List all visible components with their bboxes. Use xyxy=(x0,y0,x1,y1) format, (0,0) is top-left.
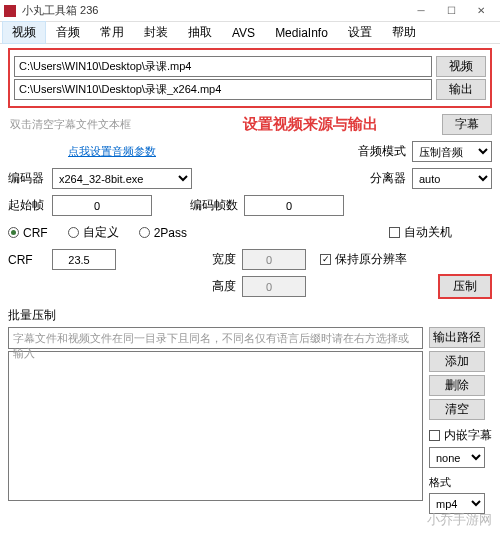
menu-settings[interactable]: 设置 xyxy=(338,21,382,44)
mode-custom-radio[interactable]: 自定义 xyxy=(68,224,119,241)
audio-mode-select[interactable]: 压制音频 xyxy=(412,141,492,162)
encoder-label: 编码器 xyxy=(8,170,52,187)
menu-common[interactable]: 常用 xyxy=(90,21,134,44)
mode-crf-label: CRF xyxy=(23,226,48,240)
menu-extract[interactable]: 抽取 xyxy=(178,21,222,44)
input-video-path[interactable] xyxy=(14,56,432,77)
batch-delete-button[interactable]: 删除 xyxy=(429,375,485,396)
io-paths-highlight: 视频 输出 xyxy=(8,48,492,108)
embed-subtitle-label: 内嵌字幕 xyxy=(444,427,492,444)
height-input[interactable] xyxy=(242,276,306,297)
encoder-select[interactable]: x264_32-8bit.exe xyxy=(52,168,192,189)
frames-row: 起始帧 编码帧数 xyxy=(8,195,492,216)
demuxer-select[interactable]: auto xyxy=(412,168,492,189)
keep-resolution-check[interactable]: 保持原分辨率 xyxy=(320,251,407,268)
app-icon xyxy=(4,5,16,17)
subtitle-row: 双击清空字幕文件文本框 设置视频来源与输出 字幕 xyxy=(8,114,492,135)
demuxer-label: 分离器 xyxy=(350,170,406,187)
auto-shutdown-check[interactable]: 自动关机 xyxy=(389,224,452,241)
batch-add-button[interactable]: 添加 xyxy=(429,351,485,372)
content-area: 视频 输出 双击清空字幕文件文本框 设置视频来源与输出 字幕 点我设置音频参数 … xyxy=(0,44,500,522)
width-input[interactable] xyxy=(242,249,306,270)
batch-list[interactable] xyxy=(8,351,423,501)
input-row: 视频 xyxy=(14,56,486,77)
output-video-path[interactable] xyxy=(14,79,432,100)
start-frame-input[interactable] xyxy=(52,195,152,216)
start-frame-label: 起始帧 xyxy=(8,197,52,214)
crf-input[interactable] xyxy=(52,249,116,270)
embed-subtitle-check[interactable]: 内嵌字幕 xyxy=(429,427,492,444)
close-button[interactable]: ✕ xyxy=(466,1,496,21)
crf-label: CRF xyxy=(8,253,52,267)
menu-mediainfo[interactable]: MediaInfo xyxy=(265,23,338,43)
batch-clear-button[interactable]: 清空 xyxy=(429,399,485,420)
auto-shutdown-label: 自动关机 xyxy=(404,224,452,241)
frame-count-label: 编码帧数 xyxy=(182,197,238,214)
mode-custom-label: 自定义 xyxy=(83,224,119,241)
mode-2pass-label: 2Pass xyxy=(154,226,187,240)
keep-resolution-label: 保持原分辨率 xyxy=(335,251,407,268)
window-controls: ─ ☐ ✕ xyxy=(406,1,496,21)
batch-hint[interactable]: 字幕文件和视频文件在同一目录下且同名，不同名仅有语言后缀时请在右方选择或输入 xyxy=(8,327,423,349)
height-row: 高度 压制 xyxy=(8,274,492,299)
menu-avs[interactable]: AVS xyxy=(222,23,265,43)
width-label: 宽度 xyxy=(196,251,236,268)
batch-title: 批量压制 xyxy=(8,307,492,324)
watermark: 小乔手游网 xyxy=(427,511,492,529)
audio-row: 点我设置音频参数 音频模式 压制音频 xyxy=(8,141,492,162)
encode-button[interactable]: 压制 xyxy=(438,274,492,299)
window-title: 小丸工具箱 236 xyxy=(22,3,406,18)
mode-row: CRF 自定义 2Pass 自动关机 xyxy=(8,224,492,241)
audio-mode-label: 音频模式 xyxy=(350,143,406,160)
batch-area: 字幕文件和视频文件在同一目录下且同名，不同名仅有语言后缀时请在右方选择或输入 输… xyxy=(8,327,492,514)
batch-output-path-button[interactable]: 输出路径 xyxy=(429,327,485,348)
subtitle-lang-select[interactable]: none xyxy=(429,447,485,468)
browse-subtitle-button[interactable]: 字幕 xyxy=(442,114,492,135)
output-row: 输出 xyxy=(14,79,486,100)
menu-audio[interactable]: 音频 xyxy=(46,21,90,44)
menubar: 视频 音频 常用 封装 抽取 AVS MediaInfo 设置 帮助 xyxy=(0,22,500,44)
format-label: 格式 xyxy=(429,475,492,490)
annotation-text: 设置视频来源与输出 xyxy=(243,115,378,134)
titlebar: 小丸工具箱 236 ─ ☐ ✕ xyxy=(0,0,500,22)
subtitle-placeholder[interactable]: 双击清空字幕文件文本框 xyxy=(8,117,243,132)
menu-mux[interactable]: 封装 xyxy=(134,21,178,44)
browse-output-button[interactable]: 输出 xyxy=(436,79,486,100)
crf-width-row: CRF 宽度 保持原分辨率 xyxy=(8,249,492,270)
menu-help[interactable]: 帮助 xyxy=(382,21,426,44)
encoder-row: 编码器 x264_32-8bit.exe 分离器 auto xyxy=(8,168,492,189)
mode-crf-radio[interactable]: CRF xyxy=(8,226,48,240)
maximize-button[interactable]: ☐ xyxy=(436,1,466,21)
mode-2pass-radio[interactable]: 2Pass xyxy=(139,226,187,240)
frame-count-input[interactable] xyxy=(244,195,344,216)
menu-video[interactable]: 视频 xyxy=(2,21,46,44)
height-label: 高度 xyxy=(196,278,236,295)
batch-buttons: 输出路径 添加 删除 清空 内嵌字幕 none 格式 mp4 xyxy=(429,327,492,514)
audio-params-link[interactable]: 点我设置音频参数 xyxy=(68,144,156,159)
minimize-button[interactable]: ─ xyxy=(406,1,436,21)
browse-video-button[interactable]: 视频 xyxy=(436,56,486,77)
